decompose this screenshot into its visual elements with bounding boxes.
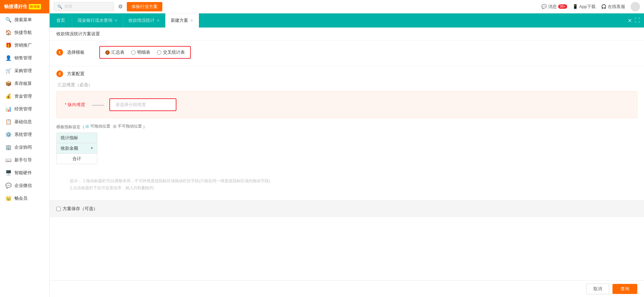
sidebar-item-smart-hw[interactable]: 🖥️ 智能硬件 (0, 166, 49, 179)
summary-dim-text: 汇总维度（必选） (58, 82, 93, 87)
dim-selector[interactable]: 请选择分组维度 (109, 98, 176, 111)
save-label: 方案保存（可选） (63, 206, 98, 212)
person-icon: 👤 (5, 55, 12, 61)
radio-summary-input[interactable] (105, 50, 110, 55)
sidebar-item-quick-nav[interactable]: 🏠 快捷导航 (0, 26, 49, 39)
tab-home-label: 首页 (56, 17, 65, 23)
search-box[interactable]: 🔍 搜索 (54, 2, 114, 11)
dimension-row: * 纵向维度 —— 请选择分组维度 (65, 98, 629, 111)
radio-detail-input[interactable] (131, 50, 136, 55)
page-footer: 方案保存（可选） (50, 200, 644, 217)
logo-badge: 标准版 (29, 4, 41, 9)
chart-icon: 📊 (5, 106, 12, 112)
sidebar-item-label: 经营管理 (14, 106, 32, 112)
dim-arrow: —— (92, 101, 104, 108)
summary-dim-label: 汇总维度（必选） (56, 82, 637, 88)
tab-new-plan-close[interactable]: ✕ (190, 18, 193, 23)
message-label: 消息 (548, 4, 557, 10)
sidebar-item-member[interactable]: 👑 畅会员 (0, 192, 49, 205)
app-download-item[interactable]: 📱 App下载 (573, 4, 596, 10)
radio-cross-input[interactable] (157, 50, 161, 55)
sidebar-item-basic-info[interactable]: 📋 基础信息 (0, 115, 49, 128)
draggable-dot (86, 125, 89, 128)
template-selection-box: 汇总表 明细表 交叉统计表 (99, 46, 191, 59)
sidebar-item-search-menu[interactable]: 🔍 搜索菜单 (0, 13, 49, 26)
close-window-icon[interactable]: ✕ (628, 17, 632, 24)
user-avatar[interactable] (631, 2, 640, 11)
stat-header: 统计指标 (57, 133, 97, 143)
tab-new-plan[interactable]: 新建方案 ✕ (165, 13, 199, 28)
tab-payment-stats-close[interactable]: ✕ (157, 18, 160, 23)
content-area: 收款情况统计方案设置 1 选择模板 汇总表 (50, 28, 644, 297)
sidebar-item-operations[interactable]: 📊 经营管理 (0, 103, 49, 115)
main-area: 🔍 搜索 ⚙ 体验行业方案 💬 消息 99+ 📱 App下载 🎧 在线客服 首页 (50, 0, 644, 297)
sidebar-item-sales[interactable]: 👤 销售管理 (0, 52, 49, 64)
radio-detail-label: 明细表 (137, 49, 150, 55)
sidebar-item-label: 基础信息 (14, 119, 32, 125)
page-title: 收款情况统计方案设置 (56, 31, 100, 36)
stat-total-row: 合计 (57, 154, 97, 164)
sidebar-item-purchase[interactable]: 🛒 采购管理 (0, 64, 49, 77)
sidebar-item-enterprise[interactable]: 🏢 企业协同 (0, 141, 49, 154)
sidebar-item-label: 企业协同 (14, 144, 32, 150)
tab-payment-stats[interactable]: 收款情况统计 ✕ (123, 13, 165, 28)
maximize-icon[interactable]: ⛶ (635, 17, 640, 23)
gear-icon[interactable]: ⚙ (118, 3, 123, 10)
sidebar-item-label: 销售管理 (14, 55, 32, 61)
home-icon: 🏠 (5, 30, 12, 36)
sidebar-item-label: 快捷导航 (14, 30, 32, 36)
tip-line2: 2.点击标题栏下拉可设置排序、插入列和删除列 (70, 185, 631, 191)
step1-section: 1 选择模板 汇总表 明细表 (50, 41, 644, 66)
radio-cross[interactable]: 交叉统计表 (157, 49, 185, 55)
radio-summary[interactable]: 汇总表 (105, 49, 124, 55)
logo-text: 畅捷通好生 (4, 4, 28, 10)
chat-icon: 💬 (5, 183, 12, 189)
tab-bank-flow-close[interactable]: ✕ (114, 18, 117, 23)
sidebar-item-wechat[interactable]: 💬 企业微信 (0, 179, 49, 192)
save-checkbox[interactable] (56, 207, 61, 211)
app-icon: 📱 (573, 4, 578, 9)
online-service-label: 在线客服 (608, 4, 625, 10)
query-button[interactable]: 查询 (612, 284, 637, 294)
trial-button[interactable]: 体验行业方案 (127, 2, 162, 11)
tab-bank-flow[interactable]: 现金银行流水查询 ✕ (72, 13, 123, 28)
radio-detail[interactable]: 明细表 (131, 49, 150, 55)
sidebar-item-label: 采购管理 (14, 68, 32, 74)
tips-section: 提示： 1.拖动标题栏可以调整布局，不可跨维度或指标区域拖动栏目字段(只能在同一… (56, 174, 637, 196)
tip-line1: 提示： 1.拖动标题栏可以调整布局，不可跨维度或指标区域拖动栏目字段(只能在同一… (70, 178, 631, 184)
draggable-badge: 可拖动位置 (86, 123, 110, 129)
step1-label: 选择模板 (67, 49, 85, 55)
metric-chevron-icon[interactable]: ▾ (91, 146, 93, 150)
sidebar-item-label: 畅会员 (14, 195, 28, 201)
step1-circle: 1 (56, 49, 63, 56)
cart-icon: 🛒 (5, 68, 12, 74)
sidebar-item-label: 企业微信 (14, 183, 32, 189)
step2-circle: 2 (56, 70, 63, 77)
step2-section: 2 方案配置 汇总维度（必选） * 纵向维度 —— 请选择分组维度 (50, 66, 644, 200)
sidebar-item-finance[interactable]: 💰 资金管理 (0, 90, 49, 103)
search-placeholder: 搜索 (64, 4, 72, 9)
step2-row: 2 方案配置 (56, 70, 637, 77)
cancel-button[interactable]: 取消 (586, 284, 609, 294)
indicator-section: 模板指标设定（ 可拖动位置 不可拖动位置 ） (56, 123, 637, 164)
search-icon: 🔍 (57, 4, 62, 9)
fixed-dot (113, 125, 116, 128)
page-header: 收款情况统计方案设置 (50, 28, 644, 41)
tab-home[interactable]: 首页 (50, 13, 72, 28)
message-item[interactable]: 💬 消息 99+ (541, 4, 567, 10)
box-icon: 📦 (5, 81, 12, 87)
online-service-item[interactable]: 🎧 在线客服 (601, 4, 625, 10)
save-checkbox-label[interactable]: 方案保存（可选） (56, 206, 98, 212)
sidebar-item-system[interactable]: ⚙️ 系统管理 (0, 128, 49, 141)
indicator-settings-label: 模板指标设定（ 可拖动位置 不可拖动位置 ） (56, 123, 147, 130)
dim-placeholder: 请选择分组维度 (115, 102, 146, 107)
tabbar-right: ✕ ⛶ (624, 13, 644, 28)
search-menu-icon: 🔍 (5, 17, 12, 23)
stat-metric-row: 收款金额 ▾ (57, 143, 97, 154)
sidebar-item-inventory[interactable]: 📦 库存核算 (0, 77, 49, 90)
sidebar-item-marketing[interactable]: 🎁 营销推广 (0, 39, 49, 52)
tab-payment-stats-label: 收款情况统计 (128, 17, 155, 23)
topbar-right: 💬 消息 99+ 📱 App下载 🎧 在线客服 (541, 2, 640, 11)
sidebar-item-label: 库存核算 (14, 81, 32, 87)
sidebar-item-guide[interactable]: 📖 新手引导 (0, 154, 49, 166)
